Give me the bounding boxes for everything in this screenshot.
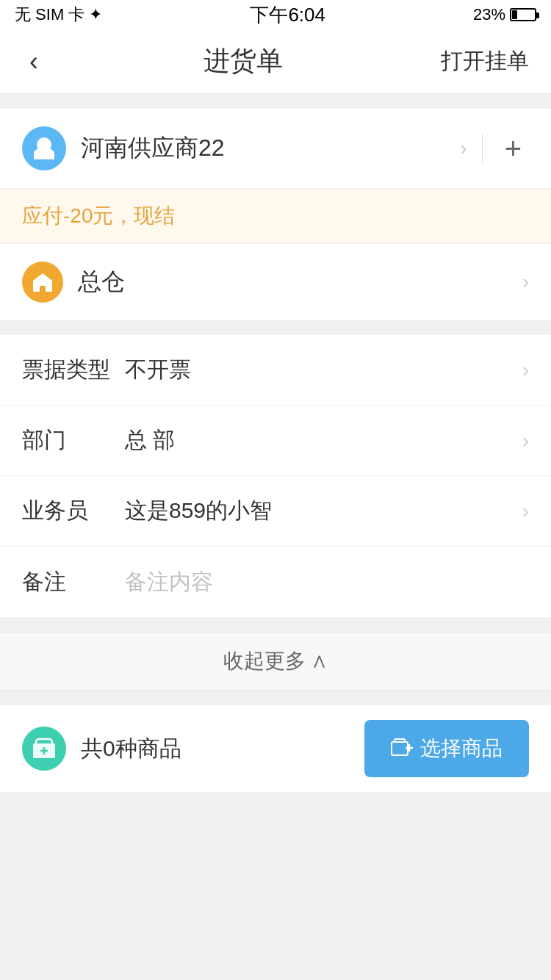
- remark-label: 备注: [22, 567, 125, 597]
- collapse-row[interactable]: 收起更多 ∧: [0, 632, 551, 691]
- salesman-value: 这是859的小智: [125, 496, 522, 526]
- open-pending-button[interactable]: 打开挂单: [441, 46, 529, 76]
- collapse-text: 收起更多 ∧: [223, 647, 328, 675]
- select-product-label: 选择商品: [420, 735, 503, 763]
- department-value: 总 部: [125, 425, 522, 455]
- warehouse-chevron-icon: ›: [522, 270, 529, 294]
- department-row[interactable]: 部门 总 部 ›: [0, 406, 551, 476]
- salesman-chevron-icon: ›: [522, 500, 529, 523]
- supplier-row[interactable]: 河南供应商22 › +: [0, 109, 551, 189]
- salesman-label: 业务员: [22, 496, 125, 526]
- salesman-row[interactable]: 业务员 这是859的小智 ›: [0, 476, 551, 547]
- product-bar: 共0种商品 选择商品: [0, 705, 551, 792]
- department-chevron-icon: ›: [522, 429, 529, 453]
- signal-text: 无 SIM 卡 ✦: [15, 4, 102, 26]
- supplier-divider: [482, 134, 483, 163]
- product-count: 共0种商品: [81, 734, 364, 764]
- battery-text: 23%: [473, 5, 505, 24]
- supplier-section: 河南供应商22 › + 应付-20元，现结 总仓 ›: [0, 109, 551, 320]
- back-button[interactable]: ‹: [22, 39, 46, 84]
- invoice-type-value: 不开票: [125, 355, 522, 385]
- warehouse-icon: [22, 262, 63, 303]
- supplier-name: 河南供应商22: [81, 132, 460, 165]
- remark-row[interactable]: 备注 备注内容: [0, 547, 551, 617]
- department-label: 部门: [22, 425, 125, 455]
- select-product-button[interactable]: 选择商品: [364, 720, 529, 777]
- status-time: 下午6:04: [250, 2, 325, 28]
- avatar-person-icon: [33, 137, 55, 159]
- nav-bar: ‹ 进货单 打开挂单: [0, 29, 551, 94]
- status-bar: 无 SIM 卡 ✦ 下午6:04 23%: [0, 0, 551, 29]
- nav-title: 进货单: [204, 43, 283, 79]
- warehouse-row[interactable]: 总仓 ›: [0, 243, 551, 320]
- status-left: 无 SIM 卡 ✦: [15, 4, 102, 26]
- supplier-avatar: [22, 126, 66, 170]
- add-supplier-button[interactable]: +: [497, 132, 529, 165]
- info-banner-text: 应付-20元，现结: [22, 204, 175, 227]
- supplier-chevron-icon: ›: [460, 137, 467, 160]
- warehouse-name: 总仓: [78, 266, 522, 298]
- status-right: 23%: [473, 5, 536, 24]
- svg-rect-3: [392, 742, 408, 755]
- section-gap-1: [0, 94, 551, 109]
- invoice-type-chevron-icon: ›: [522, 359, 529, 382]
- info-banner: 应付-20元，现结: [0, 189, 551, 243]
- remark-input[interactable]: 备注内容: [125, 567, 529, 597]
- form-section: 票据类型 不开票 › 部门 总 部 › 业务员 这是859的小智 › 备注 备注…: [0, 335, 551, 617]
- invoice-type-label: 票据类型: [22, 355, 125, 385]
- product-icon: [22, 727, 66, 771]
- battery-icon: [510, 8, 536, 21]
- invoice-type-row[interactable]: 票据类型 不开票 ›: [0, 335, 551, 406]
